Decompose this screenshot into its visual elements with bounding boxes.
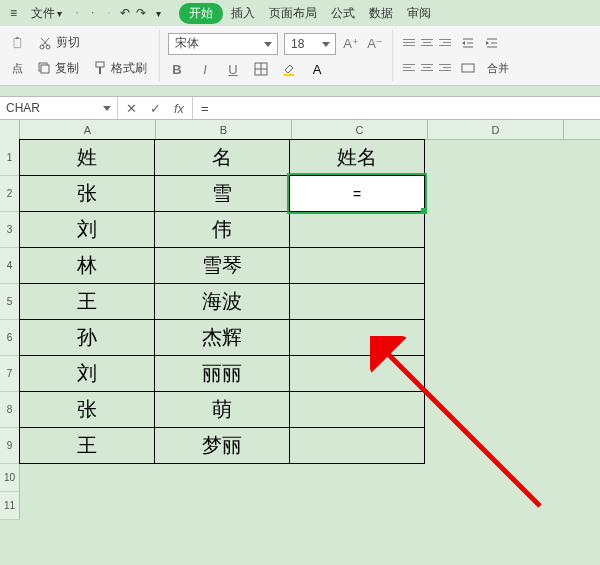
paste-button[interactable] bbox=[8, 33, 28, 53]
save-icon[interactable] bbox=[70, 6, 84, 20]
font-color-button[interactable]: A bbox=[308, 60, 326, 78]
cell-b7[interactable]: 丽丽 bbox=[154, 355, 290, 392]
row-header[interactable]: 10 bbox=[0, 464, 20, 492]
tab-review[interactable]: 审阅 bbox=[401, 3, 437, 24]
column-header-d[interactable]: D bbox=[428, 120, 564, 139]
cell-b11[interactable] bbox=[156, 492, 292, 520]
cell-a2[interactable]: 张 bbox=[19, 175, 155, 212]
cell-a9[interactable]: 王 bbox=[19, 427, 155, 464]
copy-button[interactable]: 复制 bbox=[33, 58, 83, 79]
font-name-select[interactable]: 宋体 bbox=[168, 33, 278, 55]
cell-a11[interactable] bbox=[20, 492, 156, 520]
row-header[interactable]: 9 bbox=[0, 428, 20, 464]
cell-d2[interactable] bbox=[425, 176, 561, 212]
tab-insert[interactable]: 插入 bbox=[225, 3, 261, 24]
cell-c10[interactable] bbox=[292, 464, 428, 492]
align-left[interactable] bbox=[401, 61, 417, 75]
cell-a7[interactable]: 刘 bbox=[19, 355, 155, 392]
bold-button[interactable]: B bbox=[168, 60, 186, 78]
border-button[interactable] bbox=[252, 60, 270, 78]
italic-button[interactable]: I bbox=[196, 60, 214, 78]
underline-button[interactable]: U bbox=[224, 60, 242, 78]
cell-b1[interactable]: 名 bbox=[154, 139, 290, 176]
cell-d1[interactable] bbox=[425, 140, 561, 176]
align-top-left[interactable] bbox=[401, 36, 417, 50]
cell-b8[interactable]: 萌 bbox=[154, 391, 290, 428]
confirm-formula-icon[interactable]: ✓ bbox=[148, 101, 162, 115]
cut-button[interactable]: 剪切 bbox=[34, 32, 84, 53]
cell-d10[interactable] bbox=[428, 464, 564, 492]
increase-font-button[interactable]: A⁺ bbox=[342, 35, 360, 53]
font-size-select[interactable]: 18 bbox=[284, 33, 336, 55]
row-header[interactable]: 2 bbox=[0, 176, 20, 212]
cell-d6[interactable] bbox=[425, 320, 561, 356]
tab-formula[interactable]: 公式 bbox=[325, 3, 361, 24]
align-top-center[interactable] bbox=[419, 36, 435, 50]
tab-page-layout[interactable]: 页面布局 bbox=[263, 3, 323, 24]
indent-increase-button[interactable] bbox=[483, 34, 501, 52]
paste-label[interactable]: 点 bbox=[8, 59, 27, 78]
spreadsheet[interactable]: A B C D 1 姓 名 姓名 2 张 雪 = bbox=[0, 120, 600, 520]
cell-b6[interactable]: 杰辉 bbox=[154, 319, 290, 356]
cell-c11[interactable] bbox=[292, 492, 428, 520]
formula-input[interactable]: = bbox=[193, 97, 600, 119]
cell-b3[interactable]: 伟 bbox=[154, 211, 290, 248]
cell-c1[interactable]: 姓名 bbox=[289, 139, 425, 176]
cell-d5[interactable] bbox=[425, 284, 561, 320]
hamburger-icon[interactable]: ≡ bbox=[4, 4, 23, 22]
row-header[interactable]: 11 bbox=[0, 492, 20, 520]
cell-a3[interactable]: 刘 bbox=[19, 211, 155, 248]
cell-d3[interactable] bbox=[425, 212, 561, 248]
cell-c6[interactable] bbox=[289, 319, 425, 356]
cell-c7[interactable] bbox=[289, 355, 425, 392]
column-header-c[interactable]: C bbox=[292, 120, 428, 139]
cancel-formula-icon[interactable]: ✕ bbox=[124, 101, 138, 115]
cell-b5[interactable]: 海波 bbox=[154, 283, 290, 320]
merge-label[interactable]: 合并 bbox=[483, 59, 513, 78]
format-painter-button[interactable]: 格式刷 bbox=[89, 58, 151, 79]
decrease-font-button[interactable]: A⁻ bbox=[366, 35, 384, 53]
cell-c9[interactable] bbox=[289, 427, 425, 464]
cell-a10[interactable] bbox=[20, 464, 156, 492]
cell-a4[interactable]: 林 bbox=[19, 247, 155, 284]
cell-c5[interactable] bbox=[289, 283, 425, 320]
cell-b9[interactable]: 梦丽 bbox=[154, 427, 290, 464]
merge-cells-button[interactable] bbox=[459, 59, 477, 77]
cell-d7[interactable] bbox=[425, 356, 561, 392]
align-top-right[interactable] bbox=[437, 36, 453, 50]
row-header[interactable]: 4 bbox=[0, 248, 20, 284]
name-box[interactable]: CHAR bbox=[0, 97, 118, 119]
row-header[interactable]: 8 bbox=[0, 392, 20, 428]
row-header[interactable]: 3 bbox=[0, 212, 20, 248]
redo-icon[interactable]: ↷ bbox=[134, 6, 148, 20]
tab-data[interactable]: 数据 bbox=[363, 3, 399, 24]
column-header-a[interactable]: A bbox=[20, 120, 156, 139]
select-all-corner[interactable] bbox=[0, 120, 20, 140]
cell-a1[interactable]: 姓 bbox=[19, 139, 155, 176]
print-icon[interactable] bbox=[86, 6, 100, 20]
row-header[interactable]: 6 bbox=[0, 320, 20, 356]
more-icon[interactable]: ▾ bbox=[150, 6, 167, 21]
cell-c8[interactable] bbox=[289, 391, 425, 428]
row-header[interactable]: 5 bbox=[0, 284, 20, 320]
cell-c3[interactable] bbox=[289, 211, 425, 248]
undo-icon[interactable]: ↶ bbox=[118, 6, 132, 20]
cell-d8[interactable] bbox=[425, 392, 561, 428]
align-right[interactable] bbox=[437, 61, 453, 75]
cell-b2[interactable]: 雪 bbox=[154, 175, 290, 212]
cell-d4[interactable] bbox=[425, 248, 561, 284]
column-header-b[interactable]: B bbox=[156, 120, 292, 139]
indent-decrease-button[interactable] bbox=[459, 34, 477, 52]
cell-b10[interactable] bbox=[156, 464, 292, 492]
align-center[interactable] bbox=[419, 61, 435, 75]
cell-a6[interactable]: 孙 bbox=[19, 319, 155, 356]
row-header[interactable]: 7 bbox=[0, 356, 20, 392]
cell-a8[interactable]: 张 bbox=[19, 391, 155, 428]
cell-b4[interactable]: 雪琴 bbox=[154, 247, 290, 284]
preview-icon[interactable] bbox=[102, 6, 116, 20]
file-menu[interactable]: 文件 ▾ bbox=[25, 3, 68, 24]
fx-icon[interactable]: fx bbox=[172, 101, 186, 115]
cell-d11[interactable] bbox=[428, 492, 564, 520]
cell-c2-editing[interactable]: = bbox=[289, 175, 425, 212]
tab-start[interactable]: 开始 bbox=[179, 3, 223, 24]
